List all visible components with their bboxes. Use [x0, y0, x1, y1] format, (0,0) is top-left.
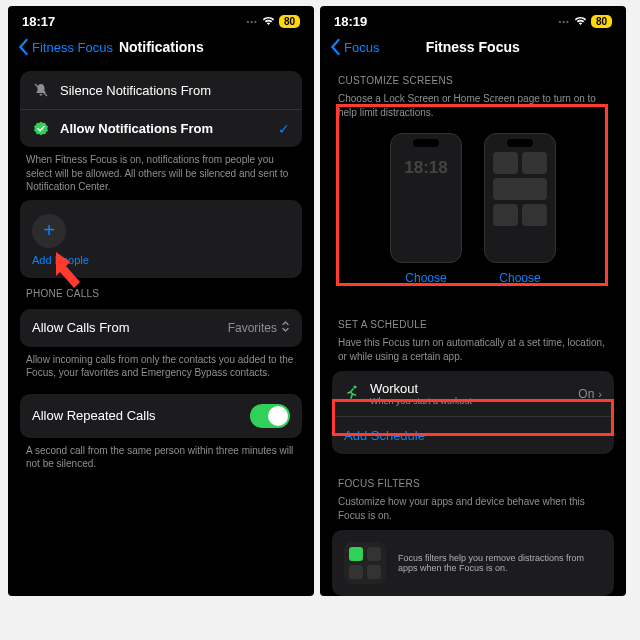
screen-previews: 18:18 Choose Choose [320, 119, 626, 295]
filters-blurb: Focus filters help you remove distractio… [398, 553, 602, 573]
nav-header: Focus Fitness Focus [320, 33, 626, 65]
allow-calls-value: Favorites [228, 321, 277, 335]
nav-header: Fitness Focus Notifications [8, 33, 314, 65]
filters-grid-icon [344, 542, 386, 584]
screenshot-notifications: 18:17 ••• 80 Fitness Focus Notifications [8, 6, 314, 596]
page-title: Notifications [119, 39, 204, 55]
add-schedule-label: Add Schedule [344, 428, 425, 443]
allow-label: Allow Notifications From [60, 121, 278, 136]
filters-desc: Customize how your apps and device behav… [320, 493, 626, 522]
updown-chevron-icon [281, 320, 290, 335]
status-bar: 18:19 ••• 80 [320, 6, 626, 33]
status-time: 18:17 [22, 14, 55, 29]
page-title: Fitness Focus [329, 39, 616, 55]
silence-label: Silence Notifications From [60, 83, 290, 98]
battery-badge: 80 [591, 15, 612, 28]
add-people-label: Add People [32, 254, 290, 266]
back-button[interactable]: Fitness Focus [18, 39, 113, 55]
schedule-header: SET A SCHEDULE [320, 309, 626, 334]
add-people-card: + Add People [20, 200, 302, 278]
chevron-left-icon [18, 39, 29, 55]
svg-point-2 [353, 385, 356, 388]
cellular-icon: ••• [246, 17, 257, 26]
workout-sub: When you start a workout [370, 396, 578, 406]
choose-lock-button[interactable]: Choose [405, 271, 446, 285]
customize-desc: Choose a Lock Screen or Home Screen page… [320, 90, 626, 119]
add-people-button[interactable]: + [32, 214, 66, 248]
repeated-calls-toggle[interactable] [250, 404, 290, 428]
cellular-icon: ••• [558, 17, 569, 26]
add-schedule-row[interactable]: Add Schedule [332, 416, 614, 454]
allow-calls-label: Allow Calls From [32, 320, 228, 335]
screenshot-fitness-focus: 18:19 ••• 80 Focus Fitness Focus CUSTOMI… [320, 6, 626, 596]
notification-mode-card: Silence Notifications From Allow Notific… [20, 71, 302, 147]
allow-calls-row[interactable]: Allow Calls From Favorites [20, 309, 302, 347]
allow-calls-desc: Allow incoming calls from only the conta… [8, 347, 314, 380]
allow-description: When Fitness Focus is on, notifications … [8, 147, 314, 194]
checkmark-seal-icon [32, 121, 50, 137]
workout-state: On [578, 387, 594, 401]
status-time: 18:19 [334, 14, 367, 29]
workout-row[interactable]: Workout When you start a workout On › [332, 371, 614, 416]
schedule-desc: Have this Focus turn on automatically at… [320, 334, 626, 363]
preview-time: 18:18 [391, 158, 461, 178]
checkmark-icon: ✓ [278, 121, 290, 137]
status-bar: 18:17 ••• 80 [8, 6, 314, 33]
choose-home-button[interactable]: Choose [499, 271, 540, 285]
chevron-right-icon: › [598, 388, 602, 400]
repeated-calls-row[interactable]: Allow Repeated Calls [20, 394, 302, 438]
lock-screen-preview[interactable]: 18:18 Choose [390, 133, 462, 285]
silence-from-row[interactable]: Silence Notifications From [20, 71, 302, 109]
customize-header: CUSTOMIZE SCREENS [320, 65, 626, 90]
running-icon [344, 384, 360, 403]
back-label: Fitness Focus [32, 40, 113, 55]
home-screen-preview[interactable]: Choose [484, 133, 556, 285]
repeated-calls-label: Allow Repeated Calls [32, 408, 250, 423]
wifi-icon [574, 16, 587, 28]
wifi-icon [262, 16, 275, 28]
allow-from-row[interactable]: Allow Notifications From ✓ [20, 109, 302, 147]
workout-label: Workout [370, 381, 578, 396]
filters-header: FOCUS FILTERS [320, 468, 626, 493]
battery-badge: 80 [279, 15, 300, 28]
bell-slash-icon [32, 82, 50, 98]
focus-filters-row[interactable]: Focus filters help you remove distractio… [332, 530, 614, 596]
phone-calls-header: PHONE CALLS [8, 278, 314, 303]
repeated-calls-desc: A second call from the same person withi… [8, 438, 314, 471]
